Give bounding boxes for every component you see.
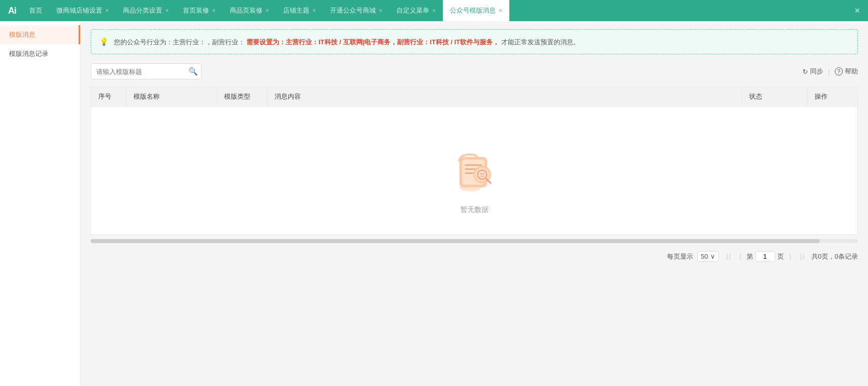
page-unit: 页 [777, 252, 784, 261]
page-input-group: 第 页 [747, 251, 784, 262]
col-header-action: 操作 [808, 87, 858, 107]
page-number-input[interactable] [755, 251, 775, 262]
col-header-seq: 序号 [91, 87, 126, 107]
chevron-down-icon: ∨ [710, 253, 715, 260]
tab-bar: Ai 首页 微商城店铺设置 × 商品分类设置 × 首页装修 × 商品页装修 × … [0, 0, 868, 21]
data-table: 序号 模版名称 模版类型 消息内容 状态 操作 [91, 87, 858, 235]
help-button[interactable]: ? 帮助 [835, 67, 858, 76]
tab-home[interactable]: 首页 [22, 0, 49, 21]
prev-page-button[interactable]: ⟨ [736, 252, 745, 262]
page-size-label: 每页显示 [667, 252, 693, 261]
close-shop-theme-tab[interactable]: × [312, 7, 316, 14]
svg-point-10 [480, 173, 482, 175]
tab-wechat-shop[interactable]: 微商城店铺设置 × [49, 0, 116, 21]
page-total: 共0页，0条记录 [812, 252, 858, 261]
sidebar-item-template-message[interactable]: 模版消息 [0, 25, 80, 44]
empty-illustration [444, 137, 505, 197]
search-input-wrap: 🔍 [91, 63, 202, 80]
page-size-value: 50 [701, 253, 708, 260]
tab-product-page-decor[interactable]: 商品页装修 × [223, 0, 276, 21]
search-button[interactable]: 🔍 [184, 67, 202, 76]
pagination: 每页显示 50 ∨ ⟨⟨ ⟨ 第 页 ⟩ ⟩⟩ 共0页，0条记录 [91, 247, 858, 266]
col-header-name: 模版名称 [126, 87, 217, 107]
empty-state: 暂无数据 [91, 107, 857, 235]
notice-box: 💡 您的公众号行业为：主营行业：，副营行业： 需要设置为：主营行业：IT科技 /… [91, 29, 858, 54]
table-header-row: 序号 模版名称 模版类型 消息内容 状态 操作 [91, 87, 858, 107]
tab-open-mall[interactable]: 开通公众号商城 × [323, 0, 389, 21]
search-bar: 🔍 ↻ 同步 | ? 帮助 [91, 63, 858, 80]
help-label: 帮助 [845, 67, 858, 76]
page-nav: ⟨⟨ ⟨ 第 页 ⟩ ⟩⟩ [723, 251, 808, 262]
col-header-type: 模版类型 [217, 87, 268, 107]
tab-homepage-decor[interactable]: 首页装修 × [176, 0, 223, 21]
scrollbar-thumb[interactable] [91, 239, 820, 243]
sidebar: 模版消息 模版消息记录 [0, 21, 81, 386]
last-page-button[interactable]: ⟩⟩ [796, 252, 808, 262]
horizontal-scrollbar[interactable] [91, 239, 858, 243]
sidebar-item-template-message-log[interactable]: 模版消息记录 [0, 44, 80, 63]
table-empty-row: 暂无数据 [91, 107, 858, 235]
toolbar-divider: | [828, 68, 830, 75]
close-product-page-decor-tab[interactable]: × [265, 7, 269, 14]
tab-custom-menu[interactable]: 自定义菜单 × [389, 0, 443, 21]
sync-button[interactable]: ↻ 同步 [803, 67, 823, 76]
tab-shop-theme[interactable]: 店铺主题 × [276, 0, 323, 21]
next-page-button[interactable]: ⟩ [786, 252, 794, 262]
sync-label: 同步 [810, 67, 823, 76]
col-header-content: 消息内容 [268, 87, 742, 107]
main-layout: 模版消息 模版消息记录 💡 您的公众号行业为：主营行业：，副营行业： 需要设置为… [0, 21, 868, 386]
svg-point-11 [482, 173, 484, 175]
close-product-category-tab[interactable]: × [165, 7, 169, 14]
close-wechat-shop-tab[interactable]: × [105, 7, 109, 14]
search-input[interactable] [91, 68, 184, 75]
tab-template-msg[interactable]: 公众号模版消息 × [443, 0, 509, 21]
help-icon: ? [835, 67, 843, 75]
notice-highlight: 需要设置为：主营行业：IT科技 / 互联网|电子商务，副营行业：IT科技 / I… [246, 38, 499, 46]
global-close-button[interactable]: × [848, 6, 866, 16]
notice-prefix: 您的公众号行业为：主营行业：，副营行业： [114, 38, 245, 46]
page-size-select[interactable]: 50 ∨ [697, 251, 718, 262]
sync-icon: ↻ [803, 68, 808, 75]
close-template-msg-tab[interactable]: × [499, 7, 502, 14]
close-homepage-decor-tab[interactable]: × [212, 7, 216, 14]
col-header-status: 状态 [742, 87, 808, 107]
toolbar-right: ↻ 同步 | ? 帮助 [803, 67, 858, 76]
page-label: 第 [747, 252, 753, 261]
notice-icon: 💡 [99, 37, 109, 46]
content-area: 💡 您的公众号行业为：主营行业：，副营行业： 需要设置为：主营行业：IT科技 /… [81, 21, 868, 386]
notice-suffix: 才能正常发送预置的消息。 [501, 38, 580, 46]
empty-text: 暂无数据 [460, 205, 489, 214]
first-page-button[interactable]: ⟨⟨ [723, 252, 734, 262]
tab-product-category[interactable]: 商品分类设置 × [116, 0, 176, 21]
logo-tab: Ai [2, 0, 22, 21]
close-open-mall-tab[interactable]: × [379, 7, 382, 14]
close-custom-menu-tab[interactable]: × [432, 7, 436, 14]
